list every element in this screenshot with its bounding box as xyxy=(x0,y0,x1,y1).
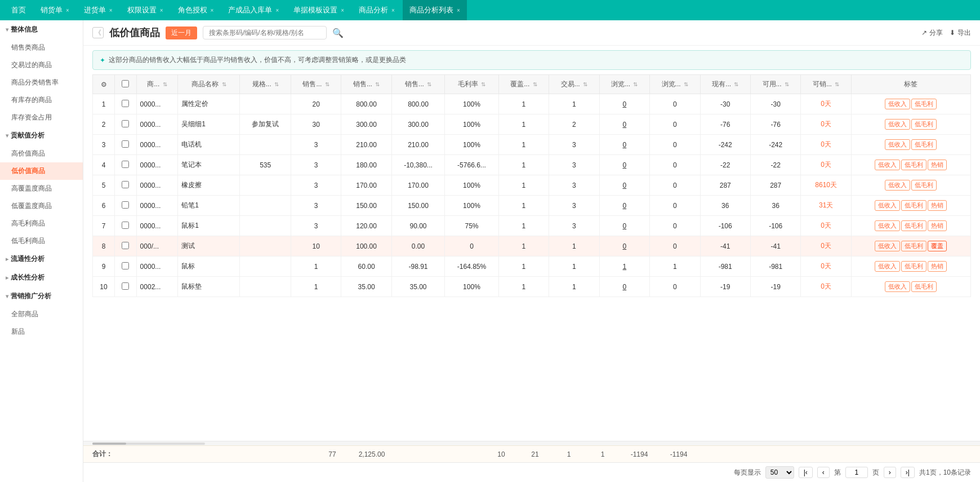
row-select-checkbox[interactable] xyxy=(122,100,129,107)
nav-purchase-order[interactable]: 进货单 × xyxy=(77,0,119,20)
search-icon[interactable]: 🔍 xyxy=(332,28,344,38)
row-select-checkbox[interactable] xyxy=(122,282,129,290)
col-sales3[interactable]: 销售... ⇅ xyxy=(391,75,444,94)
row-name: 吴细细1 xyxy=(178,114,240,135)
close-icon[interactable]: × xyxy=(109,7,113,14)
nav-product-inbound[interactable]: 产成品入库单 × xyxy=(221,0,286,20)
sidebar-item-all-products[interactable]: 全部商品 xyxy=(0,306,83,323)
row-checkbox[interactable] xyxy=(115,155,137,175)
search-input[interactable] xyxy=(203,26,327,39)
nav-role-auth[interactable]: 角色授权 × xyxy=(171,0,221,20)
col-name[interactable]: 商品名称 ⇅ xyxy=(178,75,240,94)
sidebar-item-stocked-products[interactable]: 有库存的商品 xyxy=(0,91,83,109)
prev-page-button[interactable]: ‹ xyxy=(817,467,830,478)
page-number-input[interactable] xyxy=(845,467,868,478)
col-settings[interactable]: ⚙ xyxy=(93,75,115,94)
collapse-button[interactable]: 《 xyxy=(92,27,104,38)
close-icon[interactable]: × xyxy=(341,7,344,14)
col-sales2[interactable]: 销售... ⇅ xyxy=(341,75,391,94)
views1-link[interactable]: 0 xyxy=(622,121,626,129)
views1-link[interactable]: 1 xyxy=(622,263,626,271)
col-checkbox[interactable] xyxy=(115,75,137,94)
row-checkbox[interactable] xyxy=(115,175,137,196)
last-page-button[interactable]: ›| xyxy=(901,467,915,478)
close-icon[interactable]: × xyxy=(275,7,279,14)
nav-product-analysis-list[interactable]: 商品分析列表 × xyxy=(403,0,467,20)
row-select-checkbox[interactable] xyxy=(122,140,129,148)
sidebar-item-high-coverage[interactable]: 高覆盖度商品 xyxy=(0,180,83,197)
row-checkbox[interactable] xyxy=(115,114,137,135)
sidebar-item-low-value[interactable]: 低价值商品 xyxy=(0,162,83,180)
sidebar-item-low-margin[interactable]: 低毛利商品 xyxy=(0,232,83,250)
row-select-checkbox[interactable] xyxy=(122,201,129,209)
row-select-checkbox[interactable] xyxy=(122,120,129,127)
row-views2: 1 xyxy=(650,257,700,277)
col-current-stock[interactable]: 现有... ⇅ xyxy=(700,75,750,94)
scrollbar-track[interactable] xyxy=(92,443,205,445)
col-spec[interactable]: 规格... ⇅ xyxy=(240,75,291,94)
nav-permission-settings[interactable]: 权限设置 × xyxy=(121,0,170,20)
next-page-button[interactable]: › xyxy=(884,467,896,478)
row-select-checkbox[interactable] xyxy=(122,161,129,168)
sidebar-group-circulation[interactable]: ▸ 流通性分析 xyxy=(0,250,83,268)
row-sales3: 300.00 xyxy=(391,114,444,135)
views1-link[interactable]: 0 xyxy=(622,222,626,230)
sidebar-item-high-margin[interactable]: 高毛利商品 xyxy=(0,215,83,232)
nav-home[interactable]: 首页 xyxy=(5,0,33,20)
close-icon[interactable]: × xyxy=(457,7,460,14)
views1-link[interactable]: 0 xyxy=(622,202,626,210)
row-select-checkbox[interactable] xyxy=(122,181,129,188)
col-code[interactable]: 商... ⇅ xyxy=(136,75,178,94)
close-icon[interactable]: × xyxy=(66,7,69,14)
row-checkbox[interactable] xyxy=(115,196,137,216)
row-checkbox[interactable] xyxy=(115,236,137,257)
nav-sales-order[interactable]: 销货单 × xyxy=(34,0,76,20)
col-views1[interactable]: 浏览... ⇅ xyxy=(599,75,649,94)
sidebar-item-new-products[interactable]: 新品 xyxy=(0,323,83,341)
col-coverage[interactable]: 覆盖... ⇅ xyxy=(498,75,549,94)
sidebar-group-contribution[interactable]: ▾ 贡献值分析 xyxy=(0,126,83,145)
sidebar-item-sales-products[interactable]: 销售类商品 xyxy=(0,39,83,56)
row-select-checkbox[interactable] xyxy=(122,262,129,269)
views1-link[interactable]: 0 xyxy=(622,242,626,250)
row-checkbox[interactable] xyxy=(115,94,137,114)
sidebar-group-marketing[interactable]: ▾ 营销推广分析 xyxy=(0,287,83,306)
filter-recent-month-button[interactable]: 近一月 xyxy=(166,26,197,39)
nav-template-settings[interactable]: 单据模板设置 × xyxy=(287,0,351,20)
row-checkbox[interactable] xyxy=(115,257,137,277)
col-available-stock[interactable]: 可用... ⇅ xyxy=(750,75,800,94)
select-all-checkbox[interactable] xyxy=(122,80,129,87)
close-icon[interactable]: × xyxy=(211,7,214,14)
col-transaction[interactable]: 交易... ⇅ xyxy=(549,75,599,94)
col-sales1[interactable]: 销售... ⇅ xyxy=(291,75,341,94)
row-select-checkbox[interactable] xyxy=(122,242,129,249)
views1-link[interactable]: 0 xyxy=(622,100,626,108)
views1-link[interactable]: 0 xyxy=(622,161,626,169)
sidebar-group-growth[interactable]: ▸ 成长性分析 xyxy=(0,268,83,287)
row-select-checkbox[interactable] xyxy=(122,222,129,229)
share-button[interactable]: ↗ 分享 xyxy=(921,28,943,38)
scrollbar-thumb[interactable] xyxy=(92,443,126,445)
horizontal-scrollbar[interactable] xyxy=(83,441,980,445)
sidebar-item-inventory-capital[interactable]: 库存资金占用 xyxy=(0,109,83,126)
close-icon[interactable]: × xyxy=(160,7,163,14)
col-sellable-stock[interactable]: 可销... ⇅ xyxy=(801,75,851,94)
views1-link[interactable]: 0 xyxy=(622,283,626,291)
sidebar-item-high-value[interactable]: 高价值商品 xyxy=(0,145,83,162)
first-page-button[interactable]: |‹ xyxy=(799,467,813,478)
page-size-select[interactable]: 50 100 200 xyxy=(765,466,794,479)
sidebar-group-overall[interactable]: ▾ 整体信息 xyxy=(0,20,83,39)
col-views2[interactable]: 浏览... ⇅ xyxy=(650,75,700,94)
col-margin[interactable]: 毛利率 ⇅ xyxy=(445,75,498,94)
row-checkbox[interactable] xyxy=(115,135,137,155)
sidebar-item-category-sales-rate[interactable]: 商品分类销售率 xyxy=(0,74,83,91)
close-icon[interactable]: × xyxy=(391,7,395,14)
views1-link[interactable]: 0 xyxy=(622,182,626,189)
export-button[interactable]: ⬇ 导出 xyxy=(950,28,971,38)
views1-link[interactable]: 0 xyxy=(622,141,626,149)
row-checkbox[interactable] xyxy=(115,216,137,236)
row-checkbox[interactable] xyxy=(115,277,137,297)
sidebar-item-traded-products[interactable]: 交易过的商品 xyxy=(0,56,83,74)
sidebar-item-low-coverage[interactable]: 低覆盖度商品 xyxy=(0,197,83,215)
nav-product-analysis[interactable]: 商品分析 × xyxy=(352,0,402,20)
